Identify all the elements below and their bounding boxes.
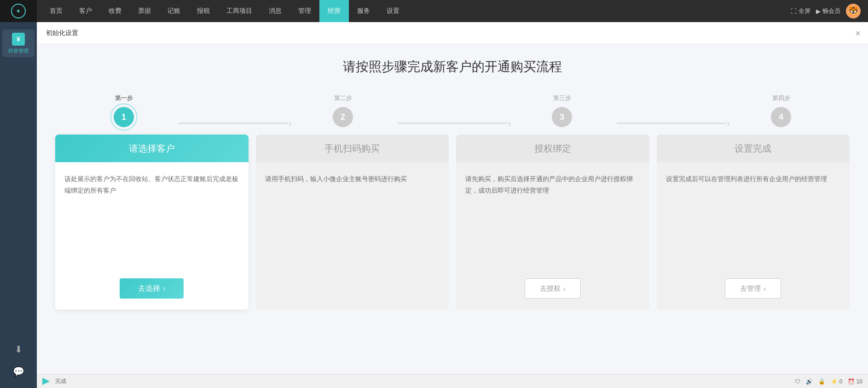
- step-label-1: 第一步: [115, 94, 133, 102]
- sidebar-bottom: ⬇ 💬: [9, 340, 28, 388]
- step-indicator-2: 第二步 2: [288, 94, 398, 127]
- card-btn-label-3: 去授权: [540, 284, 561, 293]
- step-card-2: 手机扫码购买 请用手机扫码，输入小微企业主账号密码进行购买: [256, 135, 449, 310]
- card-btn-arrow-4: ›: [764, 285, 766, 293]
- card-footer-4: 去管理 ›: [657, 278, 850, 310]
- play-button[interactable]: [42, 378, 50, 385]
- top-nav: ✦ 首页 客户 收费 票据 记账 报税 工商项目 消息 管理 经营 服务 设置 …: [0, 0, 868, 22]
- play-icon: ▶: [816, 8, 821, 15]
- nav-bill[interactable]: 票据: [130, 0, 159, 22]
- card-btn-label-4: 去管理: [740, 284, 761, 293]
- sidebar: ¥ 经营管理 ⬇ 💬: [0, 22, 37, 388]
- sidebar-item-operation[interactable]: ¥ 经营管理: [2, 29, 35, 57]
- card-body-4: 设置完成后可以在管理列表进行所有企业用户的经营管理: [657, 162, 850, 278]
- cards-container: 请选择客户 该处展示的客户为不在回收站、客户状态正常建账后完成老板端绑定的所有客…: [55, 135, 850, 310]
- card-header-1: 请选择客户: [55, 135, 249, 162]
- nav-manage[interactable]: 管理: [290, 0, 319, 22]
- page-body: 请按照步骤完成新客户的开通购买流程 第一步 1 第二步 2 第三步 3: [37, 44, 868, 374]
- shield-icon: 🛡: [795, 378, 800, 385]
- nav-customer[interactable]: 客户: [71, 0, 100, 22]
- step-card-4: 设置完成 设置完成后可以在管理列表进行所有企业用户的经营管理 去管理 ›: [657, 135, 850, 310]
- fullscreen-icon: ⛶: [791, 8, 797, 15]
- nav-business[interactable]: 工商项目: [218, 0, 260, 22]
- card-body-3: 请先购买，购买后选择开通的产品中的企业用户进行授权绑定，成功后即可进行经营管理: [456, 162, 649, 278]
- step-indicator-4: 第四步 4: [726, 94, 836, 127]
- card-footer-1: 去选择 ›: [55, 278, 249, 310]
- nav-items: 首页 客户 收费 票据 记账 报税 工商项目 消息 管理 经营 服务 设置: [41, 0, 791, 22]
- card-body-1: 该处展示的客户为不在回收站、客户状态正常建账后完成老板端绑定的所有客户: [55, 162, 249, 278]
- main-content: 初始化设置 × 请按照步骤完成新客户的开通购买流程 第一步 1 第二步 2 第三…: [37, 22, 868, 374]
- page-header: 初始化设置 ×: [37, 22, 868, 44]
- step-circle-2: 2: [333, 107, 353, 127]
- steps-row: 第一步 1 第二步 2 第三步 3 第四步 4: [55, 94, 850, 127]
- nav-operation[interactable]: 经营: [319, 0, 349, 22]
- card-header-3: 授权绑定: [456, 135, 649, 162]
- step-label-2: 第二步: [334, 94, 352, 102]
- card-title-1: 请选择客户: [129, 142, 175, 155]
- logo[interactable]: ✦: [0, 0, 37, 22]
- step-label-3: 第三步: [553, 94, 571, 102]
- sidebar-icon-yuan: ¥: [12, 33, 25, 46]
- card-text-4: 设置完成后可以在管理列表进行所有企业用户的经营管理: [666, 175, 827, 182]
- card-footer-3: 去授权 ›: [456, 278, 649, 310]
- card-title-2: 手机扫码购买: [324, 142, 380, 155]
- card-text-1: 该处展示的客户为不在回收站、客户状态正常建账后完成老板端绑定的所有客户: [64, 175, 238, 194]
- card-btn-1[interactable]: 去选择 ›: [120, 278, 184, 299]
- card-btn-arrow-1: ›: [163, 284, 165, 293]
- member-label: 畅会员: [822, 7, 840, 15]
- volume-icon: 🔊: [806, 378, 813, 385]
- step-indicator-3: 第三步 3: [507, 94, 617, 127]
- nav-message[interactable]: 消息: [260, 0, 290, 22]
- clock-icon: ⏰ 10: [848, 378, 862, 385]
- card-header-2: 手机扫码购买: [256, 135, 449, 162]
- step-card-1: 请选择客户 该处展示的客户为不在回收站、客户状态正常建账后完成老板端绑定的所有客…: [55, 135, 249, 310]
- nav-service[interactable]: 服务: [349, 0, 378, 22]
- member-btn[interactable]: ▶ 畅会员: [816, 7, 840, 15]
- close-button[interactable]: ×: [855, 29, 861, 38]
- card-text-3: 请先购买，购买后选择开通的产品中的企业用户进行授权绑定，成功后即可进行经营管理: [465, 175, 633, 194]
- fullscreen-label: 全屏: [799, 7, 810, 15]
- step-label-4: 第四步: [772, 94, 790, 102]
- nav-settings[interactable]: 设置: [378, 0, 408, 22]
- nav-tax[interactable]: 报税: [189, 0, 218, 22]
- sidebar-chat[interactable]: 💬: [9, 362, 28, 381]
- card-header-4: 设置完成: [657, 135, 850, 162]
- sidebar-item-label: 经营管理: [8, 47, 29, 54]
- status-bar-right: 🛡 🔊 🔒 ⚡ 0 ⏰ 10: [795, 378, 862, 385]
- nav-account[interactable]: 记账: [159, 0, 189, 22]
- page-title: 初始化设置: [46, 29, 78, 37]
- card-btn-arrow-3: ›: [563, 285, 566, 293]
- nav-fee[interactable]: 收费: [100, 0, 130, 22]
- nav-right: ⛶ 全屏 ▶ 畅会员 🐯: [791, 4, 868, 18]
- step-indicator-1: 第一步 1: [69, 94, 179, 127]
- step-connector-3: [617, 123, 726, 124]
- card-footer-2: [256, 299, 449, 310]
- card-btn-label-1: 去选择: [138, 284, 160, 294]
- nav-home[interactable]: 首页: [41, 0, 71, 22]
- card-title-3: 授权绑定: [534, 142, 571, 155]
- step-card-3: 授权绑定 请先购买，购买后选择开通的产品中的企业用户进行授权绑定，成功后即可进行…: [456, 135, 649, 310]
- avatar[interactable]: 🐯: [846, 4, 861, 18]
- lock-icon: 🔒: [818, 378, 825, 385]
- step-circle-3: 3: [552, 107, 572, 127]
- sidebar-download[interactable]: ⬇: [9, 340, 28, 359]
- fullscreen-btn[interactable]: ⛶ 全屏: [791, 7, 810, 15]
- step-circle-1: 1: [114, 107, 134, 127]
- step-connector-1: [179, 123, 288, 124]
- step-connector-2: [398, 123, 507, 124]
- status-label: 完成: [55, 377, 66, 385]
- card-text-2: 请用手机扫码，输入小微企业主账号密码进行购买: [265, 175, 407, 182]
- card-btn-3[interactable]: 去授权 ›: [525, 278, 581, 299]
- card-title-4: 设置完成: [735, 142, 771, 155]
- logo-icon: ✦: [11, 4, 26, 18]
- flow-title: 请按照步骤完成新客户的开通购买流程: [55, 58, 850, 76]
- notification-count: ⚡ 0: [831, 378, 842, 385]
- card-btn-4[interactable]: 去管理 ›: [725, 278, 781, 299]
- status-bar: 完成 🛡 🔊 🔒 ⚡ 0 ⏰ 10: [37, 374, 868, 388]
- card-body-2: 请用手机扫码，输入小微企业主账号密码进行购买: [256, 162, 449, 299]
- step-circle-4: 4: [771, 107, 791, 127]
